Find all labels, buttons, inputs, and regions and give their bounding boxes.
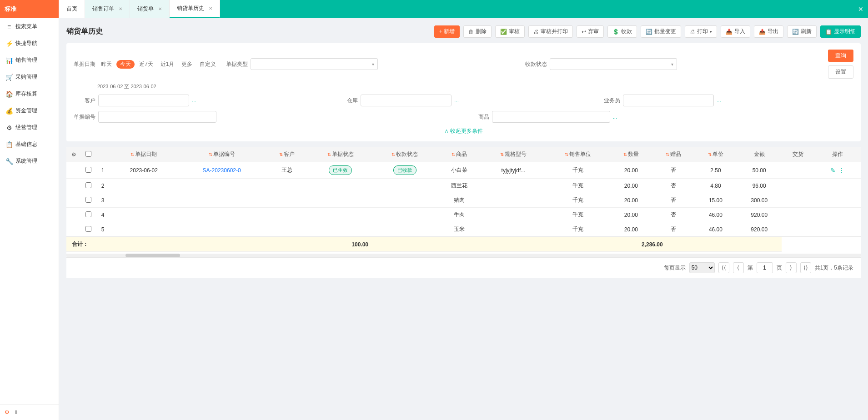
sidebar-item-inventory[interactable]: 🏠 库存核算 [0,85,59,102]
tab-close-sales-delivery[interactable]: ✕ [158,6,162,11]
warehouse-ellipsis[interactable]: ... [454,97,459,104]
goods-cell: 西兰花 [437,179,481,193]
doc-number-link[interactable]: SA-20230602-0 [203,167,241,174]
sidebar-bottom-icon2[interactable]: ⏸ [13,409,19,415]
tab-home[interactable]: 首页 [59,0,85,18]
delete-button[interactable]: 🗑 删除 [463,25,492,38]
customer-input[interactable] [98,95,189,106]
sidebar-bottom-icon1[interactable]: ⚙ [5,409,10,415]
doc-number-cell[interactable] [177,179,266,193]
sidebar-item-quick-nav[interactable]: ⚡ 快捷导航 [0,35,59,52]
horizontal-scrollbar[interactable] [66,254,861,257]
export-button[interactable]: 📤 导出 [754,25,783,38]
col-doc-number[interactable]: ⇅单据编号 [177,147,266,162]
per-page-select[interactable]: 50 100 200 [689,262,715,273]
checkbox-cell[interactable] [81,162,95,179]
doc-number-cell[interactable] [177,193,266,208]
warehouse-input[interactable] [361,95,452,106]
next-page-button[interactable]: ⟩ [786,262,797,273]
doc-number-input[interactable] [98,111,216,123]
sidebar-item-operations-mgmt[interactable]: ⚙ 经营管理 [0,119,59,136]
date-btn-1month[interactable]: 近1月 [158,60,177,69]
collect-button[interactable]: 💲 收款 [607,25,637,38]
action-cell[interactable] [815,222,861,237]
tab-bar-close[interactable]: ✕ [858,5,868,13]
sidebar-item-search-menu[interactable]: ≡ 搜索菜单 [0,18,59,35]
checkbox-cell[interactable] [81,222,95,237]
prev-page-button[interactable]: ⟨ [733,262,744,273]
action-cell[interactable] [815,208,861,222]
col-gift[interactable]: ⇅赠品 [652,147,694,162]
collapse-link[interactable]: ∧ 收起更多条件 [74,127,853,135]
row-checkbox[interactable] [85,211,91,217]
goods-ellipsis[interactable]: ... [613,114,617,120]
action-cell[interactable] [815,193,861,208]
col-collect-status[interactable]: ⇅收款状态 [372,147,437,162]
action-cell[interactable]: ✎⋮ [815,162,861,179]
col-doc-status[interactable]: ⇅单据状态 [308,147,373,162]
page-input[interactable] [757,262,773,273]
col-goods[interactable]: ⇅商品 [437,147,481,162]
select-all-checkbox[interactable] [85,151,91,157]
doc-number-cell[interactable] [177,222,266,237]
col-settings[interactable]: ⚙ [66,147,81,162]
tab-label: 首页 [66,5,77,13]
row-checkbox[interactable] [85,197,91,203]
sidebar-item-sales-mgmt[interactable]: 📊 销售管理 [0,52,59,69]
tab-sales-delivery[interactable]: 销货单 ✕ [130,0,170,18]
new-button[interactable]: + 新增 [434,25,460,38]
row-checkbox[interactable] [85,226,91,232]
date-btn-custom[interactable]: 自定义 [197,60,219,69]
import-button[interactable]: 📥 导入 [721,25,750,38]
col-customer[interactable]: ⇅客户 [266,147,308,162]
edit-icon[interactable]: ✎ [830,167,836,174]
salesperson-ellipsis[interactable]: ... [717,97,721,104]
checkbox-cell[interactable] [81,208,95,222]
settings-cell [66,222,81,237]
show-detail-button[interactable]: 📋 显示明细 [820,25,861,38]
query-button[interactable]: 查询 [828,50,853,62]
salesperson-input[interactable] [623,95,714,106]
doc-number-cell[interactable] [177,208,266,222]
more-icon[interactable]: ⋮ [838,167,845,174]
tab-sales-history[interactable]: 销货单历史 ✕ [170,0,220,18]
doc-status-cell [308,193,373,208]
tab-sales-order[interactable]: 销售订单 ✕ [85,0,130,18]
checkbox-cell[interactable] [81,179,95,193]
doc-type-select[interactable] [251,58,378,70]
date-btn-7days[interactable]: 近7天 [136,60,156,69]
sidebar-item-purchase-mgmt[interactable]: 🛒 采购管理 [0,69,59,85]
abandon-button[interactable]: ↩ 弃审 [577,25,604,38]
customer-ellipsis[interactable]: ... [192,97,196,104]
spec-cell [481,193,546,208]
col-doc-date[interactable]: ⇅单据日期 [110,147,177,162]
setting-button[interactable]: 设置 [828,65,853,79]
tab-close-sales-history[interactable]: ✕ [209,6,212,11]
collect-status-select[interactable] [550,58,677,70]
action-cell[interactable] [815,179,861,193]
row-checkbox[interactable] [85,167,91,173]
audit-print-button[interactable]: 🖨 审核并打印 [528,25,573,38]
sidebar-item-finance-mgmt[interactable]: 💰 资金管理 [0,102,59,119]
doc-number-cell[interactable]: SA-20230602-0 [177,162,266,179]
audit-button[interactable]: ✅ 审核 [495,25,525,38]
date-btn-more[interactable]: 更多 [179,60,195,69]
col-quantity[interactable]: ⇅数量 [610,147,652,162]
goods-input[interactable] [492,111,610,123]
date-btn-yesterday[interactable]: 昨天 [98,60,115,69]
table-scroll[interactable]: ⚙ ⇅单据日期 ⇅单据编号 ⇅客户 ⇅单据状态 ⇅收款状态 ⇅商品 ⇅规格型号 … [66,147,861,252]
last-page-button[interactable]: ⟩⟩ [800,262,811,273]
refresh-button[interactable]: 🔄 刷新 [787,25,817,38]
col-unit-price[interactable]: ⇅单价 [694,147,737,162]
print-button[interactable]: 🖨 打印 ▾ [685,25,717,38]
first-page-button[interactable]: ⟨⟨ [718,262,729,273]
sidebar-item-system-mgmt[interactable]: 🔧 系统管理 [0,153,59,170]
batch-change-button[interactable]: 🔄 批量变更 [641,25,681,38]
checkbox-cell[interactable] [81,193,95,208]
sidebar-item-basic-info[interactable]: 📋 基础信息 [0,136,59,153]
tab-close-sales-order[interactable]: ✕ [119,6,122,11]
date-btn-today[interactable]: 今天 [116,60,135,69]
col-spec[interactable]: ⇅规格型号 [481,147,546,162]
col-sales-unit[interactable]: ⇅销售单位 [546,147,610,162]
row-checkbox[interactable] [85,182,91,188]
